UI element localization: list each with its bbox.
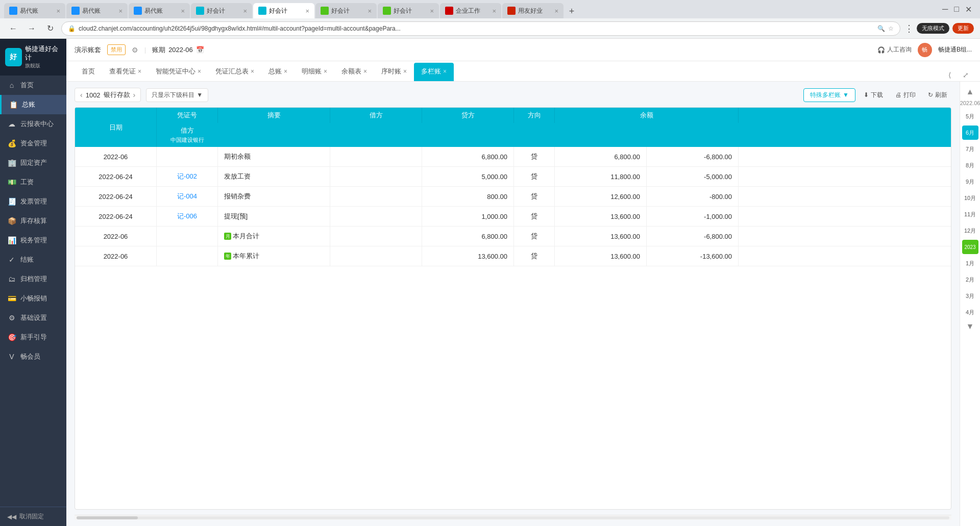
month-item-may[interactable]: 5月 bbox=[962, 109, 978, 123]
consult-button[interactable]: 🎧 人工咨询 bbox=[877, 45, 912, 54]
month-item-oct[interactable]: 10月 bbox=[962, 191, 978, 205]
voucher-link-3[interactable]: 记-006 bbox=[177, 212, 197, 221]
bookmark-icon[interactable]: ☆ bbox=[888, 25, 894, 32]
sidebar-item-funds[interactable]: 💰 资金管理 bbox=[0, 134, 66, 153]
close-icon[interactable]: ✕ bbox=[965, 5, 972, 14]
tab-multi-column[interactable]: 多栏账 × bbox=[414, 63, 454, 81]
tab-close-1[interactable]: × bbox=[56, 7, 60, 15]
tab-expand-icon[interactable]: ⤢ bbox=[960, 69, 972, 81]
browser-tab-6[interactable]: 好会计 × bbox=[315, 3, 377, 18]
month-item-sep[interactable]: 9月 bbox=[962, 174, 978, 189]
td-extra-1: -5,000.00 bbox=[647, 167, 739, 186]
browser-tab-8[interactable]: 企业工作 × bbox=[440, 3, 501, 18]
update-button[interactable]: 更新 bbox=[952, 23, 974, 34]
sidebar-item-expense[interactable]: 💳 小畅报销 bbox=[0, 289, 66, 308]
sidebar-item-assets[interactable]: 🏢 固定资产 bbox=[0, 153, 66, 172]
sidebar-item-invoice[interactable]: 🧾 发票管理 bbox=[0, 192, 66, 211]
maximize-icon[interactable]: □ bbox=[954, 5, 959, 14]
sidebar-item-guide[interactable]: 🎯 新手引导 bbox=[0, 328, 66, 347]
tab-voucher-summary-close[interactable]: × bbox=[251, 68, 254, 75]
sidebar-item-settings[interactable]: ⚙ 基础设置 bbox=[0, 308, 66, 328]
tab-general-ledger-close[interactable]: × bbox=[284, 68, 287, 75]
tab-close-3[interactable]: × bbox=[181, 7, 185, 15]
tab-collapse-icon[interactable]: ⟨ bbox=[943, 69, 955, 81]
reload-button[interactable]: ↻ bbox=[43, 21, 57, 36]
tab-sequential[interactable]: 序时账 × bbox=[374, 63, 414, 81]
tab-voucher-view[interactable]: 查看凭证 × bbox=[102, 63, 149, 81]
sidebar-pin-toggle[interactable]: ◀◀ 取消固定 bbox=[0, 507, 66, 526]
tab-close-7[interactable]: × bbox=[430, 7, 434, 15]
refresh-button[interactable]: ↻ 刷新 bbox=[924, 89, 951, 102]
month-scroll-up[interactable]: ▲ bbox=[965, 86, 976, 98]
tab-multi-column-close[interactable]: × bbox=[443, 68, 447, 75]
scrollbar-thumb[interactable] bbox=[77, 516, 138, 519]
month-item-feb23[interactable]: 2月 bbox=[962, 272, 978, 287]
browser-tab-3[interactable]: 易代账 × bbox=[129, 3, 190, 18]
forward-button[interactable]: → bbox=[24, 21, 39, 36]
browser-tab-5[interactable]: 好会计 × bbox=[253, 3, 314, 18]
browser-tab-7[interactable]: 好会计 × bbox=[378, 3, 439, 18]
tab-close-8[interactable]: × bbox=[492, 7, 496, 15]
tab-detail-ledger[interactable]: 明细账 × bbox=[295, 63, 334, 81]
settings-gear-icon[interactable]: ⚙ bbox=[132, 46, 138, 54]
browser-tab-4[interactable]: 好会计 × bbox=[191, 3, 252, 18]
tab-close-2[interactable]: × bbox=[118, 7, 122, 15]
sidebar-item-reports[interactable]: ☁ 云报表中心 bbox=[0, 114, 66, 134]
yearly-summary-badge: 年 本年累计 bbox=[224, 252, 259, 261]
tab-balance[interactable]: 余额表 × bbox=[334, 63, 374, 81]
sidebar-item-home[interactable]: ⌂ 首页 bbox=[0, 76, 66, 95]
prev-account-button[interactable]: ‹ bbox=[80, 91, 83, 99]
sidebar-item-inventory[interactable]: 📦 库存核算 bbox=[0, 211, 66, 231]
tab-home[interactable]: 首页 bbox=[75, 63, 102, 81]
month-item-dec[interactable]: 12月 bbox=[962, 223, 978, 238]
download-button[interactable]: ⬇ 下载 bbox=[860, 89, 887, 102]
filter-button[interactable]: 只显示下级科目 ▼ bbox=[146, 88, 208, 102]
voucher-link-1[interactable]: 记-002 bbox=[177, 172, 197, 181]
sidebar-item-close[interactable]: ✓ 结账 bbox=[0, 250, 66, 269]
browser-tab-1[interactable]: 易代账 × bbox=[4, 3, 65, 18]
no-trace-button[interactable]: 无痕模式 bbox=[917, 23, 949, 34]
sidebar-item-archive[interactable]: 🗂 归档管理 bbox=[0, 269, 66, 289]
browser-tab-2[interactable]: 易代账 × bbox=[66, 3, 128, 18]
voucher-link-2[interactable]: 记-004 bbox=[177, 192, 197, 201]
browser-tab-9[interactable]: 用友好业 × bbox=[502, 3, 564, 18]
month-item-jun[interactable]: 6月 bbox=[962, 126, 978, 140]
extensions-icon[interactable]: ⋮ bbox=[904, 23, 914, 34]
tab-close-9[interactable]: × bbox=[554, 7, 558, 15]
minimize-icon[interactable]: ─ bbox=[942, 5, 948, 14]
tab-voucher-view-close[interactable]: × bbox=[138, 68, 141, 75]
td-dir-4: 贷 bbox=[514, 227, 555, 246]
month-item-mar23[interactable]: 3月 bbox=[962, 289, 978, 303]
tab-smart-voucher[interactable]: 智能凭证中心 × bbox=[149, 63, 208, 81]
horizontal-scrollbar[interactable] bbox=[75, 515, 951, 520]
sidebar-item-member[interactable]: V 畅会员 bbox=[0, 347, 66, 366]
address-bar[interactable]: 🔒 cloud2.chanjet.com/accounting/uh26t264… bbox=[61, 21, 900, 36]
next-account-button[interactable]: › bbox=[133, 91, 136, 99]
calendar-icon[interactable]: 📅 bbox=[196, 46, 204, 54]
new-tab-button[interactable]: + bbox=[565, 4, 579, 18]
tab-balance-close[interactable]: × bbox=[363, 68, 367, 75]
tab-detail-ledger-close[interactable]: × bbox=[324, 68, 327, 75]
tab-close-5[interactable]: × bbox=[305, 7, 309, 15]
month-item-nov[interactable]: 11月 bbox=[962, 207, 978, 221]
search-icon[interactable]: 🔍 bbox=[877, 25, 885, 32]
print-button[interactable]: 🖨 打印 bbox=[891, 89, 920, 102]
sidebar-item-ledger[interactable]: 📋 总账 bbox=[0, 95, 66, 114]
month-scroll-down[interactable]: ▼ bbox=[965, 320, 976, 333]
ledger-toolbar: ‹ 1002 银行存款 › 只显示下级科目 ▼ 特殊多栏账 ▼ bbox=[75, 88, 951, 102]
sidebar-item-tax[interactable]: 📊 税务管理 bbox=[0, 231, 66, 250]
tab-close-6[interactable]: × bbox=[368, 7, 372, 15]
tab-general-ledger[interactable]: 总账 × bbox=[261, 63, 295, 81]
back-button[interactable]: ← bbox=[6, 21, 20, 36]
month-item-aug[interactable]: 8月 bbox=[962, 158, 978, 172]
tab-voucher-summary[interactable]: 凭证汇总表 × bbox=[208, 63, 261, 81]
tab-sequential-close[interactable]: × bbox=[403, 68, 407, 75]
table-row: 2022-06 期初余额 6,800.00 贷 6,800.00 -6,800.… bbox=[75, 147, 951, 167]
tab-smart-voucher-close[interactable]: × bbox=[198, 68, 201, 75]
month-item-jul[interactable]: 7月 bbox=[962, 142, 978, 156]
tab-close-4[interactable]: × bbox=[243, 7, 247, 15]
month-item-apr23[interactable]: 4月 bbox=[962, 305, 978, 319]
month-item-jan23[interactable]: 1月 bbox=[962, 256, 978, 270]
special-ledger-button[interactable]: 特殊多栏账 ▼ bbox=[803, 88, 855, 102]
sidebar-item-salary[interactable]: 💵 工资 bbox=[0, 172, 66, 192]
